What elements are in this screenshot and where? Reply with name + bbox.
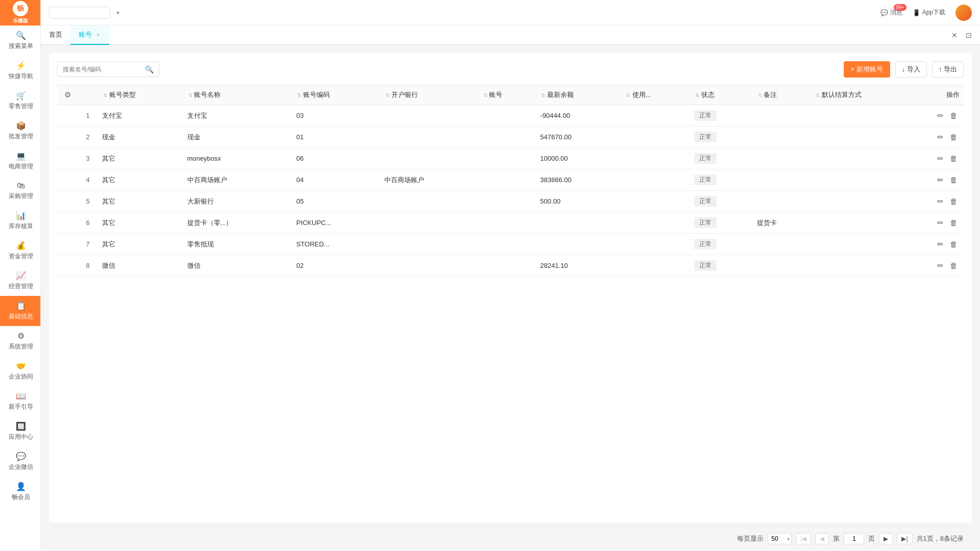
import-button[interactable]: ↓ 导入 <box>895 61 927 78</box>
chart-icon: 📊 <box>16 211 26 220</box>
edit-icon[interactable]: ✏ <box>935 217 946 228</box>
export-button[interactable]: ↑ 导出 <box>932 61 964 78</box>
sidebar-item-operations[interactable]: 📈 经营管理 <box>0 266 40 296</box>
row-balance: 383866.00 <box>536 169 621 191</box>
delete-icon[interactable]: 🗑 <box>948 153 960 164</box>
edit-icon[interactable]: ✏ <box>935 153 946 164</box>
sidebar-item-label: 采购管理 <box>9 192 33 201</box>
row-status: 正常 <box>690 234 752 255</box>
sidebar-item-inventory[interactable]: 📊 库存核算 <box>0 206 40 236</box>
row-code: 02 <box>292 255 380 277</box>
app-download-button[interactable]: 📱 App下载 <box>913 8 945 17</box>
cart-icon: 🛒 <box>16 91 26 101</box>
sidebar-item-basic-info[interactable]: 📋 基础信息 <box>0 296 40 326</box>
row-usage <box>621 105 691 127</box>
user-avatar[interactable] <box>955 5 972 21</box>
delete-icon[interactable]: 🗑 <box>948 196 960 207</box>
sidebar-item-wholesale[interactable]: 📦 批发管理 <box>0 116 40 146</box>
sort-icon[interactable]: ⇅ <box>483 92 487 98</box>
sort-icon[interactable]: ⇅ <box>695 92 699 98</box>
row-balance <box>536 234 621 255</box>
sort-icon[interactable]: ⇅ <box>103 92 107 98</box>
tab-home[interactable]: 首页 <box>41 26 70 45</box>
edit-icon[interactable]: ✏ <box>935 196 946 207</box>
page-next-button[interactable]: ▶ <box>879 533 893 544</box>
per-page-select[interactable]: 50 100 200 <box>768 533 792 544</box>
col-balance: ⇅ 最新余额 <box>536 85 621 105</box>
edit-icon[interactable]: ✏ <box>935 239 946 249</box>
sidebar-item-label: 企业微信 <box>9 463 33 471</box>
sidebar-item-search[interactable]: 🔍 搜索菜单 <box>0 26 40 56</box>
top-search-input[interactable] <box>49 7 110 19</box>
sort-icon[interactable]: ⇅ <box>297 92 301 98</box>
account-search-input[interactable] <box>58 63 140 76</box>
row-remark <box>753 255 811 277</box>
sidebar-item-retail[interactable]: 🛒 零售管理 <box>0 86 40 116</box>
row-bank <box>380 212 478 234</box>
sort-icon[interactable]: ⇅ <box>188 92 192 98</box>
sidebar-item-purchase[interactable]: 🛍 采购管理 <box>0 176 40 206</box>
sidebar-item-ecommerce[interactable]: 💻 电商管理 <box>0 146 40 176</box>
row-usage <box>621 148 691 169</box>
row-usage <box>621 212 691 234</box>
status-badge: 正常 <box>694 217 717 228</box>
sidebar-item-enterprise-wechat[interactable]: 💬 企业微信 <box>0 446 40 477</box>
sort-icon[interactable]: ⇅ <box>541 92 545 98</box>
row-default-settlement <box>811 255 923 277</box>
row-bank <box>380 105 478 127</box>
sort-icon[interactable]: ⇅ <box>385 92 389 98</box>
row-remark <box>753 234 811 255</box>
delete-icon[interactable]: 🗑 <box>948 260 960 271</box>
row-balance: 28241.10 <box>536 255 621 277</box>
sort-icon[interactable]: ⇅ <box>816 92 820 98</box>
sidebar-item-app-center[interactable]: 🔲 应用中心 <box>0 416 40 446</box>
tab-close-icon[interactable]: × <box>95 31 101 38</box>
dropdown-arrow-icon[interactable]: ▾ <box>116 9 119 16</box>
sidebar-item-system[interactable]: ⚙ 系统管理 <box>0 326 40 356</box>
tab-home-label: 首页 <box>49 30 62 39</box>
table-row: 6 其它 提货卡（零...） PICKUPC... 正常 提货卡 ✏ 🗑 <box>57 212 964 234</box>
edit-icon[interactable]: ✏ <box>935 110 946 121</box>
sort-icon[interactable]: ⇅ <box>626 92 630 98</box>
col-account-name: ⇅ 账号名称 <box>183 85 292 105</box>
delete-icon[interactable]: 🗑 <box>948 217 960 228</box>
page-prev-button[interactable]: ◀ <box>815 533 829 544</box>
sort-icon[interactable]: ⇅ <box>758 92 762 98</box>
add-account-button[interactable]: + 新增账号 <box>844 61 890 78</box>
per-page-wrap: 50 100 200 <box>768 533 792 544</box>
row-name: 支付宝 <box>183 105 292 127</box>
edit-icon[interactable]: ✏ <box>935 260 946 271</box>
delete-icon[interactable]: 🗑 <box>948 110 960 121</box>
row-remark <box>753 191 811 212</box>
edit-icon[interactable]: ✏ <box>935 174 946 185</box>
col-default-settlement: ⇅ 默认结算方式 <box>811 85 923 105</box>
page-first-button[interactable]: |◀ <box>796 533 811 544</box>
sidebar-item-label: 零售管理 <box>9 102 33 111</box>
tab-accounts[interactable]: 账号 × <box>70 26 109 45</box>
row-actions: ✏ 🗑 <box>923 105 964 127</box>
sidebar-item-quick-nav[interactable]: ⚡ 快捷导航 <box>0 56 40 86</box>
sidebar-item-enterprise-collab[interactable]: 🤝 企业协同 <box>0 356 40 386</box>
message-button[interactable]: 💬 消息 99+ <box>880 8 902 17</box>
row-type: 现金 <box>98 127 183 148</box>
delete-icon[interactable]: 🗑 <box>948 174 960 185</box>
page-last-button[interactable]: ▶| <box>897 533 912 544</box>
page-input[interactable] <box>844 533 864 544</box>
sidebar-item-finance[interactable]: 💰 资金管理 <box>0 236 40 266</box>
row-name: 现金 <box>183 127 292 148</box>
gear-icon: ⚙ <box>17 331 24 341</box>
row-actions: ✏ 🗑 <box>923 212 964 234</box>
sidebar-item-beginner-guide[interactable]: 📖 新手引导 <box>0 386 40 416</box>
delete-icon[interactable]: 🗑 <box>948 239 960 249</box>
row-account <box>478 148 536 169</box>
delete-icon[interactable]: 🗑 <box>948 132 960 142</box>
search-submit-button[interactable]: 🔍 <box>140 62 159 77</box>
row-usage <box>621 191 691 212</box>
edit-icon[interactable]: ✏ <box>935 132 946 142</box>
tab-action-maximize[interactable]: ⊡ <box>964 30 974 40</box>
settings-gear-icon[interactable]: ⚙ <box>64 90 71 99</box>
row-usage <box>621 127 691 148</box>
tab-action-close[interactable]: ✕ <box>949 30 960 40</box>
sidebar-item-member[interactable]: 👤 畅会员 <box>0 477 40 507</box>
sidebar-item-label: 经营管理 <box>9 282 33 291</box>
